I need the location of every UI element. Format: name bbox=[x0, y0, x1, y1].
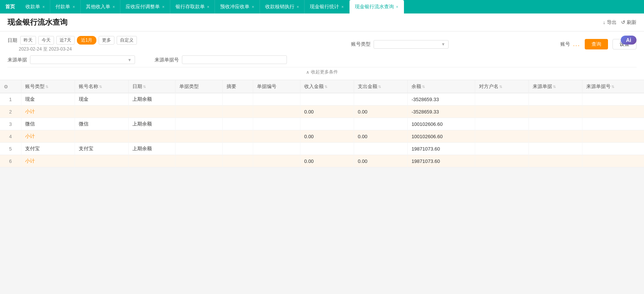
cell-account_name bbox=[75, 130, 128, 143]
table-row: 3微信微信上期余额100102606.60 bbox=[0, 118, 644, 130]
date-label: 日期 bbox=[8, 37, 17, 44]
page-header: 现金银行流水查询 ↓ 导出 ↺ 刷新 bbox=[0, 13, 644, 31]
date-shortcut-more[interactable]: 更多 bbox=[99, 36, 114, 45]
nav-tab-close[interactable]: × bbox=[207, 4, 209, 9]
cell-counterparty bbox=[475, 130, 528, 143]
col-header-col-counterparty[interactable]: 对方户名⇅ bbox=[475, 80, 528, 93]
sort-icon: ⇅ bbox=[143, 85, 146, 89]
sort-icon: ⇅ bbox=[324, 85, 327, 89]
cell-counterparty bbox=[475, 118, 528, 130]
cell-counterparty bbox=[475, 155, 528, 167]
date-range: 2023-02-24 至 2023-03-24 bbox=[8, 46, 137, 52]
nav-tab-tab-yinhang[interactable]: 银行存取款单× bbox=[170, 0, 215, 13]
col-header-col-balance[interactable]: 余额⇅ bbox=[408, 80, 475, 93]
date-shortcut-month[interactable]: 近1月 bbox=[77, 36, 97, 45]
col-header-col-date[interactable]: 日期⇅ bbox=[128, 80, 176, 93]
cell-summary bbox=[223, 155, 253, 167]
sort-icon: ⇅ bbox=[378, 85, 381, 89]
nav-tab-close[interactable]: × bbox=[72, 4, 75, 9]
date-shortcut-week[interactable]: 近7天 bbox=[56, 36, 75, 45]
cell-doc_type bbox=[176, 130, 223, 143]
col-header-col-expense[interactable]: 支出金额⇅ bbox=[354, 80, 408, 93]
cell-account_name bbox=[75, 106, 128, 118]
nav-tab-tab-yushou[interactable]: 预收冲应收单× bbox=[215, 0, 260, 13]
cell-source_doc bbox=[528, 155, 582, 167]
table-row: 4小计0.000.00100102606.60 bbox=[0, 130, 644, 143]
nav-tab-label: 现金银行流水查询 bbox=[355, 3, 394, 10]
cell-summary bbox=[223, 93, 253, 106]
col-header-col-account-name[interactable]: 账号名称⇅ bbox=[75, 80, 128, 93]
cell-expense: 0.00 bbox=[354, 155, 408, 167]
cell-balance: 19871073.60 bbox=[408, 155, 475, 167]
cell-num: 6 bbox=[0, 155, 21, 167]
nav-tab-close[interactable]: × bbox=[162, 4, 164, 9]
nav-tab-tab-qita[interactable]: 其他收入单× bbox=[81, 0, 120, 13]
nav-tab-tab-fukuan[interactable]: 付款单× bbox=[50, 0, 80, 13]
nav-tab-label: 收款核销执行 bbox=[265, 3, 294, 10]
account-type-select[interactable]: ▼ bbox=[374, 40, 449, 49]
nav-tab-tab-liushui[interactable]: 现金银行流水查询× bbox=[350, 0, 404, 13]
cell-income bbox=[300, 143, 354, 155]
nav-tab-close[interactable]: × bbox=[341, 4, 344, 9]
nav-home[interactable]: 首页 bbox=[0, 0, 20, 13]
cell-account_type: 小计 bbox=[21, 130, 75, 143]
cell-doc_no bbox=[253, 118, 300, 130]
table-row: 1现金现金上期余额-3528659.33 bbox=[0, 93, 644, 106]
cell-balance: 19871073.60 bbox=[408, 143, 475, 155]
cell-date: 上期余额 bbox=[128, 143, 176, 155]
table-settings-icon[interactable]: ⚙ bbox=[4, 84, 8, 90]
nav-tab-close[interactable]: × bbox=[113, 4, 115, 9]
cell-date: 上期余额 bbox=[128, 93, 176, 106]
date-shortcut-custom[interactable]: 自定义 bbox=[117, 36, 137, 45]
nav-tab-close[interactable]: × bbox=[396, 4, 398, 9]
nav-tab-tab-xianjintongji[interactable]: 现金银行统计× bbox=[305, 0, 349, 13]
nav-tab-tab-shoukuanhexiao[interactable]: 收款核销执行× bbox=[260, 0, 305, 13]
cell-expense bbox=[354, 143, 408, 155]
account-ellipsis[interactable]: ... bbox=[573, 41, 580, 48]
col-header-col-income[interactable]: 收入金额⇅ bbox=[300, 80, 354, 93]
cell-account_name: 现金 bbox=[75, 93, 128, 106]
filter-area: 日期 昨天今天近7天近1月更多自定义 2023-02-24 至 2023-03-… bbox=[0, 31, 644, 80]
cell-date bbox=[128, 155, 176, 167]
cell-account_type: 支付宝 bbox=[21, 143, 75, 155]
cell-doc_type bbox=[176, 93, 223, 106]
cell-expense: 0.00 bbox=[354, 106, 408, 118]
cell-source_doc_no bbox=[582, 130, 644, 143]
date-shortcut-today[interactable]: 今天 bbox=[38, 36, 54, 45]
cell-doc_no bbox=[253, 93, 300, 106]
col-header-col-source-doc[interactable]: 来源单据⇅ bbox=[528, 80, 582, 93]
nav-tab-close[interactable]: × bbox=[252, 4, 254, 9]
refresh-button[interactable]: ↺ 刷新 bbox=[621, 19, 636, 26]
cell-source_doc bbox=[528, 93, 582, 106]
cell-account_type: 小计 bbox=[21, 106, 75, 118]
nav-tab-tab-shoukuan[interactable]: 收款单× bbox=[20, 0, 50, 13]
collapse-arrow-icon: ∧ bbox=[306, 70, 309, 75]
export-button[interactable]: ↓ 导出 bbox=[603, 19, 617, 26]
cell-account_name: 微信 bbox=[75, 118, 128, 130]
nav-tab-close[interactable]: × bbox=[42, 4, 45, 9]
cell-account_name bbox=[75, 155, 128, 167]
query-button[interactable]: 查询 bbox=[585, 39, 608, 49]
col-header-col-summary: 摘要 bbox=[223, 80, 253, 93]
nav-tab-tab-yingshouliu[interactable]: 应收应付调整单× bbox=[120, 0, 170, 13]
source-doc-no-input[interactable] bbox=[182, 55, 287, 64]
nav-tab-label: 银行存取款单 bbox=[176, 3, 205, 10]
col-header-col-source-doc-no[interactable]: 来源单据号⇅ bbox=[582, 80, 644, 93]
cell-expense bbox=[354, 118, 408, 130]
cell-source_doc bbox=[528, 143, 582, 155]
cell-summary bbox=[223, 118, 253, 130]
ai-badge[interactable]: Ai bbox=[621, 36, 636, 45]
filter-row-1: 日期 昨天今天近7天近1月更多自定义 2023-02-24 至 2023-03-… bbox=[8, 36, 636, 52]
collapse-filter-btn[interactable]: ∧ 收起更多条件 bbox=[8, 67, 636, 77]
nav-tab-close[interactable]: × bbox=[297, 4, 299, 9]
source-doc-select[interactable]: ▼ bbox=[30, 55, 135, 64]
date-shortcut-yesterday[interactable]: 昨天 bbox=[20, 36, 36, 45]
cell-num: 3 bbox=[0, 118, 21, 130]
collapse-filter-label: 收起更多条件 bbox=[311, 69, 338, 75]
cell-doc_no bbox=[253, 130, 300, 143]
cell-doc_no bbox=[253, 106, 300, 118]
col-header-col-account-type[interactable]: 账号类型⇅ bbox=[21, 80, 75, 93]
cell-income bbox=[300, 93, 354, 106]
account-type-label: 账号类型 bbox=[351, 41, 371, 48]
date-filter: 日期 昨天今天近7天近1月更多自定义 2023-02-24 至 2023-03-… bbox=[8, 36, 137, 52]
